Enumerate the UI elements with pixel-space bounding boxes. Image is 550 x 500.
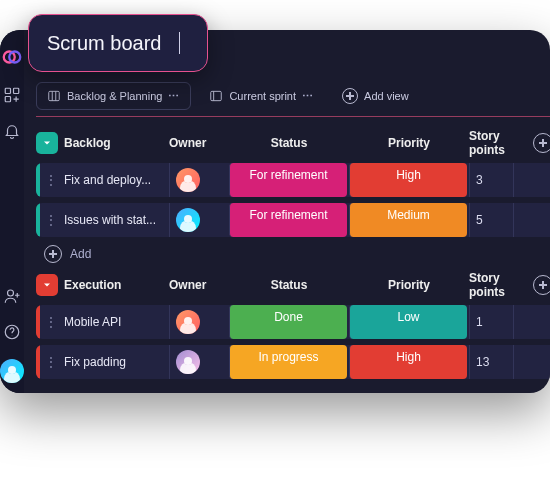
column-owner: Owner	[169, 136, 229, 150]
row-end	[513, 305, 533, 339]
status-pill[interactable]: Done	[229, 305, 347, 339]
board-title-card[interactable]	[28, 14, 208, 72]
story-points-cell[interactable]: 3	[469, 163, 513, 197]
board-icon	[47, 89, 61, 103]
section-name: Execution	[64, 278, 169, 292]
row-end	[513, 203, 533, 237]
status-pill[interactable]: In progress	[229, 345, 347, 379]
column-status: Status	[229, 278, 349, 292]
add-label: Add	[70, 247, 91, 261]
column-status: Status	[229, 136, 349, 150]
section-toggle[interactable]	[36, 132, 58, 154]
add-item-button[interactable]: Add	[44, 245, 550, 263]
story-points-cell[interactable]: 13	[469, 345, 513, 379]
story-points-cell[interactable]: 1	[469, 305, 513, 339]
section-toggle[interactable]	[36, 274, 58, 296]
main-panel: Backlog & Planning ⋯ Current sprint ⋯ Ad…	[24, 30, 550, 393]
text-caret	[179, 32, 180, 54]
svg-rect-3	[14, 88, 19, 93]
row-end	[513, 345, 533, 379]
table-row[interactable]: ⋮ Mobile API Done Low 1	[36, 305, 550, 339]
owner-avatar	[176, 208, 200, 232]
help-icon[interactable]	[3, 323, 21, 341]
plus-icon	[44, 245, 62, 263]
priority-pill[interactable]: High	[349, 345, 467, 379]
owner-cell[interactable]	[169, 163, 229, 197]
board-title-input[interactable]	[45, 31, 175, 56]
section-name: Backlog	[64, 136, 169, 150]
column-owner: Owner	[169, 278, 229, 292]
plus-icon	[342, 88, 358, 104]
tabs-divider	[36, 116, 550, 117]
priority-pill[interactable]: Low	[349, 305, 467, 339]
table-row[interactable]: ⋮ Fix padding In progress High 13	[36, 345, 550, 379]
table-row[interactable]: ⋮ Issues with stat... For refinement Med…	[36, 203, 550, 237]
drag-handle-icon[interactable]: ⋮	[40, 215, 62, 225]
svg-point-7	[12, 335, 13, 336]
status-pill[interactable]: For refinement	[229, 163, 347, 197]
priority-pill[interactable]: High	[349, 163, 467, 197]
row-title[interactable]: Mobile API	[62, 315, 169, 329]
tab-menu-icon[interactable]: ⋯	[302, 90, 314, 103]
svg-rect-9	[211, 91, 222, 100]
tab-label: Current sprint	[229, 90, 296, 102]
add-user-icon[interactable]	[3, 287, 21, 305]
sprint-icon	[209, 89, 223, 103]
user-avatar[interactable]	[0, 359, 24, 383]
table-row[interactable]: ⋮ Fix and deploy... For refinement High …	[36, 163, 550, 197]
owner-cell[interactable]	[169, 305, 229, 339]
tab-menu-icon[interactable]: ⋯	[168, 90, 180, 103]
column-priority: Priority	[349, 278, 469, 292]
drag-handle-icon[interactable]: ⋮	[40, 175, 62, 185]
owner-avatar	[176, 310, 200, 334]
app-window: Backlog & Planning ⋯ Current sprint ⋯ Ad…	[0, 30, 550, 393]
drag-handle-icon[interactable]: ⋮	[40, 317, 62, 327]
svg-rect-4	[5, 97, 10, 102]
owner-cell[interactable]	[169, 345, 229, 379]
svg-point-5	[8, 290, 14, 296]
add-column-button[interactable]	[533, 275, 550, 295]
drag-handle-icon[interactable]: ⋮	[40, 357, 62, 367]
row-end	[513, 163, 533, 197]
add-column-button[interactable]	[533, 133, 550, 153]
row-title[interactable]: Fix padding	[62, 355, 169, 369]
tab-backlog-planning[interactable]: Backlog & Planning ⋯	[36, 82, 191, 110]
bell-icon[interactable]	[3, 122, 21, 140]
view-tabs: Backlog & Planning ⋯ Current sprint ⋯ Ad…	[36, 82, 550, 110]
priority-pill[interactable]: Medium	[349, 203, 467, 237]
tab-label: Backlog & Planning	[67, 90, 162, 102]
status-pill[interactable]: For refinement	[229, 203, 347, 237]
add-view-label: Add view	[364, 90, 409, 102]
owner-avatar	[176, 168, 200, 192]
logo-icon[interactable]	[1, 46, 23, 68]
grid-add-icon[interactable]	[3, 86, 21, 104]
svg-rect-8	[49, 91, 60, 100]
owner-avatar	[176, 350, 200, 374]
column-story-points: Story points	[469, 129, 533, 157]
column-story-points: Story points	[469, 271, 533, 299]
add-view-button[interactable]: Add view	[332, 82, 419, 110]
svg-rect-2	[5, 88, 10, 93]
column-priority: Priority	[349, 136, 469, 150]
owner-cell[interactable]	[169, 203, 229, 237]
tab-current-sprint[interactable]: Current sprint ⋯	[199, 83, 324, 109]
story-points-cell[interactable]: 5	[469, 203, 513, 237]
row-title[interactable]: Fix and deploy...	[62, 173, 169, 187]
sidebar	[0, 30, 24, 393]
row-title[interactable]: Issues with stat...	[62, 213, 169, 227]
